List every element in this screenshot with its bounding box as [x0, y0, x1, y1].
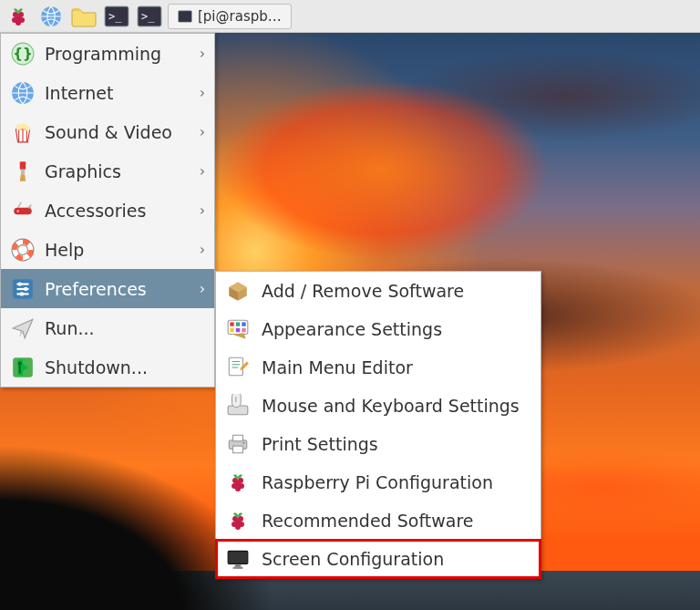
printer-icon: [225, 431, 251, 457]
sliders-icon: [10, 276, 36, 302]
preferences-submenu: Add / Remove Software Appearance Setting…: [215, 271, 541, 579]
svg-rect-18: [20, 161, 26, 170]
raspberry-icon: [225, 470, 251, 495]
terminal-icon[interactable]: >_: [102, 2, 131, 31]
svg-rect-11: [179, 10, 192, 22]
terminal-icon-2[interactable]: >_: [135, 2, 164, 31]
taskbar: >_ >_ [pi@raspb…: [0, 0, 700, 33]
files-icon[interactable]: [69, 2, 98, 31]
svg-point-32: [18, 362, 22, 366]
sub-item-appearance-settings[interactable]: Appearance Settings: [216, 310, 540, 348]
svg-point-15: [15, 124, 22, 130]
menu-item-graphics[interactable]: Graphics ›: [1, 151, 214, 191]
svg-rect-20: [14, 208, 32, 215]
menu-item-label: Internet: [45, 83, 190, 103]
svg-point-30: [20, 292, 24, 295]
menu-item-label: Run...: [45, 318, 205, 338]
menu-item-internet[interactable]: Internet ›: [1, 73, 214, 112]
svg-point-23: [18, 245, 28, 255]
sub-item-recommended-software[interactable]: Recommended Software: [216, 501, 540, 540]
chevron-right-icon: ›: [200, 281, 205, 297]
svg-point-17: [26, 126, 30, 130]
sub-item-print-settings[interactable]: Print Settings: [216, 425, 540, 463]
menu-item-label: Preferences: [45, 279, 190, 299]
menu-item-preferences[interactable]: Preferences ›: [1, 269, 214, 308]
brush-icon: [10, 159, 36, 184]
globe-icon[interactable]: [36, 2, 66, 31]
menu-item-accessories[interactable]: Accessories ›: [1, 191, 214, 230]
svg-rect-33: [19, 366, 21, 374]
box-icon: [225, 278, 251, 304]
chevron-right-icon: ›: [200, 46, 205, 62]
menu-item-programming[interactable]: {} Programming ›: [1, 34, 214, 73]
chevron-right-icon: ›: [200, 124, 205, 140]
palette-icon: [225, 316, 251, 342]
menu-item-label: Shutdown...: [45, 357, 205, 377]
menu-item-label: Programming: [45, 44, 190, 64]
menu-item-shutdown[interactable]: Shutdown...: [1, 347, 214, 387]
svg-text:>_: >_: [108, 10, 122, 23]
svg-rect-65: [233, 567, 243, 569]
svg-text:{}: {}: [13, 46, 33, 62]
svg-rect-35: [230, 322, 233, 326]
sub-item-add-remove-software[interactable]: Add / Remove Software: [216, 272, 540, 310]
taskbar-window-button[interactable]: [pi@raspb…: [168, 4, 292, 29]
sub-item-label: Appearance Settings: [262, 319, 442, 339]
monitor-icon: [225, 546, 251, 572]
svg-point-29: [24, 287, 27, 291]
menu-item-help[interactable]: Help ›: [1, 230, 214, 269]
lifebuoy-icon: [10, 237, 36, 263]
svg-rect-19: [21, 170, 25, 174]
svg-point-62: [235, 524, 241, 530]
taskbar-window-title: [pi@raspb…: [198, 8, 282, 25]
popcorn-icon: [10, 119, 36, 145]
chevron-right-icon: ›: [200, 163, 205, 180]
editor-icon: [225, 355, 251, 380]
sub-item-label: Mouse and Keyboard Settings: [262, 396, 520, 416]
chevron-right-icon: ›: [200, 85, 205, 101]
chevron-right-icon: ›: [200, 242, 205, 258]
svg-point-21: [17, 210, 19, 212]
svg-rect-48: [233, 435, 243, 441]
sub-item-label: Raspberry Pi Configuration: [262, 472, 493, 492]
svg-point-5: [15, 20, 21, 26]
svg-rect-64: [235, 565, 242, 567]
swiss-knife-icon: [10, 198, 36, 223]
sub-item-label: Main Menu Editor: [262, 357, 413, 377]
svg-rect-41: [229, 357, 242, 376]
menu-item-run[interactable]: Run...: [1, 308, 214, 347]
svg-text:>_: >_: [141, 10, 155, 23]
svg-rect-39: [236, 328, 240, 332]
raspberry-icon: [225, 508, 251, 533]
sub-item-label: Screen Configuration: [262, 549, 444, 569]
sub-item-label: Print Settings: [262, 434, 378, 454]
braces-icon: {}: [10, 41, 36, 67]
paper-plane-icon: [10, 315, 36, 341]
svg-point-50: [242, 442, 244, 444]
menu-item-sound-video[interactable]: Sound & Video ›: [1, 112, 214, 151]
sub-item-screen-configuration[interactable]: Screen Configuration: [216, 540, 540, 578]
sub-item-main-menu-editor[interactable]: Main Menu Editor: [216, 348, 540, 387]
menu-item-label: Sound & Video: [45, 122, 190, 142]
svg-rect-37: [242, 322, 245, 326]
sub-item-mouse-keyboard[interactable]: Mouse and Keyboard Settings: [216, 387, 540, 425]
svg-rect-63: [228, 551, 248, 563]
sub-item-label: Add / Remove Software: [262, 281, 464, 301]
svg-rect-49: [233, 446, 243, 453]
svg-rect-38: [230, 328, 233, 332]
chevron-right-icon: ›: [200, 202, 205, 219]
svg-rect-36: [236, 322, 240, 326]
menu-item-label: Graphics: [45, 161, 190, 181]
main-menu: {} Programming › Internet › Sound & Vide…: [0, 33, 215, 388]
exit-icon: [10, 355, 36, 380]
svg-point-28: [18, 282, 22, 285]
menu-item-label: Accessories: [45, 201, 190, 221]
sub-item-label: Recommended Software: [262, 511, 473, 531]
globe-icon: [10, 80, 36, 106]
menu-item-label: Help: [45, 240, 190, 260]
svg-point-56: [235, 486, 241, 491]
sub-item-rpi-configuration[interactable]: Raspberry Pi Configuration: [216, 463, 540, 501]
svg-rect-40: [242, 328, 245, 332]
mouse-icon: [225, 393, 251, 419]
raspberry-icon[interactable]: [4, 2, 33, 31]
